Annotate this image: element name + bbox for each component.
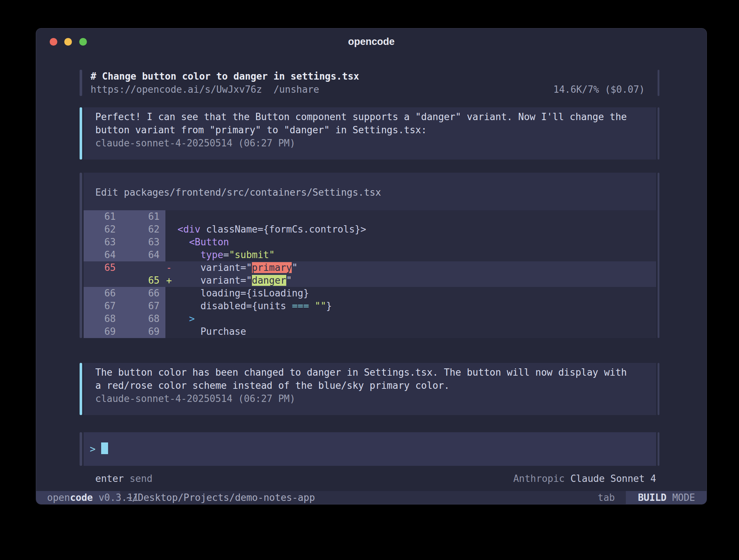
diff-row: 6464 type="submit"	[84, 249, 656, 261]
provider-label: Anthropic	[513, 473, 571, 484]
text-cursor	[101, 442, 108, 454]
new-line-number	[125, 261, 165, 274]
tab-key-hint[interactable]: tab	[598, 491, 615, 504]
message-text: Perfect! I can see that the Button compo…	[95, 110, 644, 123]
new-line-number: 68	[125, 312, 165, 325]
model-timestamp: claude-sonnet-4-20250514 (06:27 PM)	[95, 137, 644, 150]
code-line: Purchase	[165, 325, 656, 338]
old-line-number: 64	[84, 249, 125, 261]
diff-row: 6262 <div className={formCs.controls}>	[84, 223, 656, 236]
edit-file-path: Edit packages/frontend/src/containers/Se…	[95, 186, 381, 199]
prompt-line: >	[90, 442, 108, 456]
token-usage: 14.6K/7% ($0.07)	[554, 83, 645, 96]
app-version-segment: opencode v0.3.11	[36, 491, 120, 504]
new-line-number: 61	[125, 210, 165, 223]
header-left-border	[80, 70, 82, 96]
diff-row: 6363 <Button	[84, 236, 656, 249]
new-line-number: 64	[125, 249, 165, 261]
spacer	[262, 84, 273, 95]
session-header: # Change button color to danger in setti…	[84, 70, 656, 96]
new-line-number: 62	[125, 223, 165, 236]
diff-row: 6868 >	[84, 312, 656, 325]
diff-row: 6767 disabled={units === ""}	[84, 300, 656, 312]
new-line-number: 69	[125, 325, 165, 338]
diff-scrollbar	[658, 173, 659, 338]
assistant-message: The button color has been changed to dan…	[84, 363, 656, 415]
code-line: <div className={formCs.controls}>	[165, 223, 656, 236]
brand-code: code	[70, 492, 93, 503]
message-scrollbar	[658, 363, 659, 415]
enter-key-label: enter	[95, 473, 124, 484]
diff-row: 65- variant="primary"	[84, 261, 656, 274]
opencode-window: opencode # Change button color to danger…	[36, 28, 707, 505]
old-line-number: 69	[84, 325, 125, 338]
diff-row: 65+ variant="danger"	[84, 274, 656, 287]
brand-open: open	[47, 492, 70, 503]
old-line-number: 65	[84, 261, 125, 274]
old-line-number: 61	[84, 210, 125, 223]
code-line	[165, 210, 656, 223]
old-line-number: 62	[84, 223, 125, 236]
old-line-number	[84, 274, 125, 287]
prompt-input[interactable]: >	[84, 432, 656, 466]
model-indicator: Anthropic Claude Sonnet 4	[513, 472, 656, 485]
edit-tool-block: Edit packages/frontend/src/containers/Se…	[84, 173, 656, 338]
message-scrollbar	[658, 107, 659, 160]
message-text: button variant from "primary" to "danger…	[95, 123, 644, 137]
prompt-chevron: >	[90, 444, 101, 454]
diff-row: 6161	[84, 210, 656, 223]
footer-hints: enter send Anthropic Claude Sonnet 4	[84, 472, 656, 485]
session-title: # Change button color to danger in setti…	[91, 70, 359, 83]
code-line: + variant="danger"	[165, 274, 656, 287]
code-line: loading={isLoading}	[165, 287, 656, 300]
input-scrollbar	[658, 432, 659, 466]
new-line-number: 66	[125, 287, 165, 300]
message-accent-bar	[80, 107, 82, 160]
model-label: Claude Sonnet 4	[570, 473, 656, 484]
message-text: The button color has been changed to dan…	[95, 366, 644, 379]
input-left-border	[80, 432, 82, 466]
code-line: >	[165, 312, 656, 325]
send-label: send	[130, 473, 153, 484]
mode-toggle[interactable]: BUILD MODE	[626, 491, 707, 504]
model-timestamp: claude-sonnet-4-20250514 (06:27 PM)	[95, 392, 644, 405]
new-line-number: 65	[125, 274, 165, 287]
share-url[interactable]: https://opencode.ai/s/UwJxv76z	[91, 84, 262, 95]
message-text: a red/rose color scheme instead of the b…	[95, 379, 644, 392]
spacer	[124, 473, 130, 484]
diff-rows: 61616262 <div className={formCs.controls…	[84, 210, 656, 338]
message-accent-bar	[80, 363, 82, 415]
diff-left-border	[80, 173, 82, 338]
code-line: - variant="primary"	[165, 261, 656, 274]
diff-row: 6666 loading={isLoading}	[84, 287, 656, 300]
header-scrollbar	[658, 70, 659, 96]
old-line-number: 67	[84, 300, 125, 312]
code-line: disabled={units === ""}	[165, 300, 656, 312]
diff-row: 6969 Purchase	[84, 325, 656, 338]
new-line-number: 63	[125, 236, 165, 249]
code-line: type="submit"	[165, 249, 656, 261]
unshare-command[interactable]: /unshare	[273, 84, 319, 95]
code-line: <Button	[165, 236, 656, 249]
assistant-message: Perfect! I can see that the Button compo…	[84, 107, 656, 160]
window-title: opencode	[36, 36, 707, 47]
working-directory: ~/Desktop/Projects/demo-notes-app	[126, 491, 315, 504]
old-line-number: 68	[84, 312, 125, 325]
old-line-number: 66	[84, 287, 125, 300]
mode-suffix: MODE	[667, 492, 695, 503]
new-line-number: 67	[125, 300, 165, 312]
session-link-row: https://opencode.ai/s/UwJxv76z /unshare	[91, 83, 319, 96]
status-bar: opencode v0.3.11 ~/Desktop/Projects/demo…	[36, 491, 707, 504]
mode-name: BUILD	[638, 492, 666, 503]
old-line-number: 63	[84, 236, 125, 249]
send-hint: enter send	[95, 472, 153, 485]
